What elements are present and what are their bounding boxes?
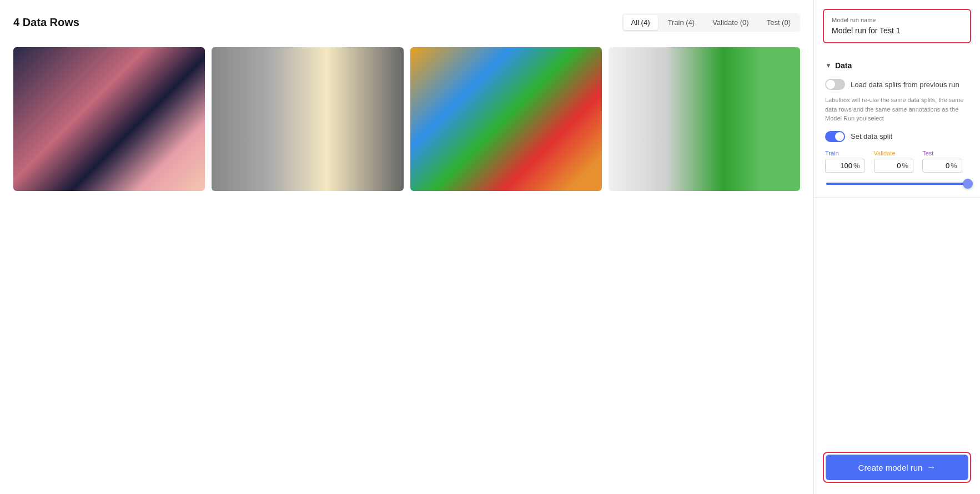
data-row-image-1[interactable]: [13, 47, 205, 191]
arrow-icon: →: [927, 462, 936, 472]
set-data-split-toggle[interactable]: [825, 131, 845, 142]
model-run-name-section: Model run name: [823, 9, 971, 43]
train-label: Train: [825, 150, 865, 157]
main-content: 4 Data Rows All (4) Train (4) Validate (…: [0, 0, 813, 494]
page-title: 4 Data Rows: [13, 16, 79, 29]
range-thumb[interactable]: [963, 179, 973, 189]
load-splits-description: Labelbox will re-use the same data split…: [825, 95, 969, 123]
validate-pct: %: [902, 162, 909, 170]
data-section-header: ▼ Data: [825, 61, 969, 70]
range-wrapper: [826, 179, 968, 188]
filter-tabs: All (4) Train (4) Validate (0) Test (0): [622, 13, 800, 32]
create-model-run-button[interactable]: Create model run →: [826, 455, 968, 480]
chevron-down-icon: ▼: [825, 62, 832, 69]
create-model-run-section: Create model run →: [823, 452, 971, 483]
data-row-image-3[interactable]: [410, 47, 602, 191]
filter-tab-validate[interactable]: Validate (0): [705, 15, 757, 30]
page-header: 4 Data Rows All (4) Train (4) Validate (…: [13, 13, 800, 32]
train-input-wrapper: %: [825, 159, 865, 173]
load-splits-toggle[interactable]: [825, 79, 845, 90]
split-fields: Train % Validate % Test %: [825, 150, 969, 173]
test-input-wrapper: %: [922, 159, 962, 173]
validate-input-wrapper: %: [874, 159, 914, 173]
validate-label: Validate: [874, 150, 914, 157]
test-label: Test: [922, 150, 962, 157]
range-fill: [826, 183, 968, 185]
validate-input[interactable]: [879, 162, 901, 170]
set-data-split-row: Set data split: [825, 131, 969, 142]
data-section: ▼ Data Load data splits from previous ru…: [814, 52, 980, 198]
image-grid: [13, 47, 800, 191]
train-input[interactable]: [830, 162, 852, 170]
validate-split-field: Validate %: [874, 150, 914, 173]
test-split-field: Test %: [922, 150, 962, 173]
test-pct: %: [951, 162, 957, 170]
data-row-image-4[interactable]: [609, 47, 800, 191]
filter-tab-train[interactable]: Train (4): [660, 15, 703, 30]
create-model-run-label: Create model run: [858, 463, 923, 472]
filter-tab-all[interactable]: All (4): [624, 15, 658, 30]
model-run-name-input[interactable]: [832, 26, 962, 35]
data-section-title: Data: [835, 61, 852, 70]
load-splits-row: Load data splits from previous run: [825, 79, 969, 90]
load-splits-label: Load data splits from previous run: [851, 80, 959, 89]
train-pct: %: [853, 162, 860, 170]
train-split-field: Train %: [825, 150, 865, 173]
data-row-image-2[interactable]: [212, 47, 403, 191]
test-input[interactable]: [927, 162, 949, 170]
set-data-split-label: Set data split: [851, 132, 892, 140]
data-split-slider-container: [825, 179, 969, 188]
right-panel: Model run name ▼ Data Load data splits f…: [813, 0, 980, 494]
filter-tab-test[interactable]: Test (0): [759, 15, 798, 30]
model-run-name-label: Model run name: [832, 17, 962, 23]
